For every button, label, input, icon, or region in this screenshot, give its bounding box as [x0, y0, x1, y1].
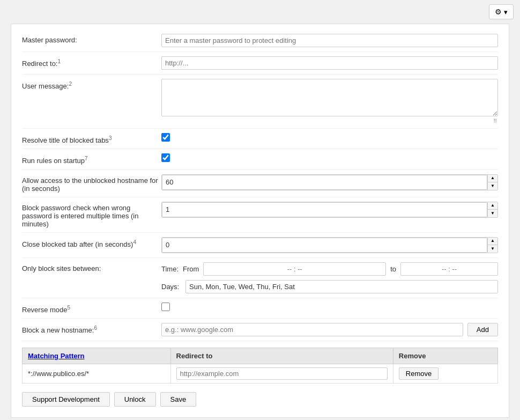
user-message-label: User message:2: [22, 79, 161, 90]
block-password-up-btn[interactable]: ▲: [488, 202, 497, 210]
close-blocked-input[interactable]: [162, 238, 487, 253]
add-hostname-button[interactable]: Add: [467, 323, 498, 336]
block-password-spinner: ▲ ▼: [161, 202, 498, 218]
time-label: Time:: [161, 265, 179, 273]
days-label: Days:: [161, 283, 181, 291]
time-from-input[interactable]: [203, 262, 386, 276]
redirect-to-control: [161, 56, 498, 70]
block-password-input[interactable]: [162, 202, 487, 217]
table-cell-redirect: [170, 364, 393, 383]
table-header-row: Matching Pattern Redirect to Remove: [23, 348, 498, 364]
save-button[interactable]: Save: [160, 392, 197, 407]
master-password-row: Master password:: [22, 30, 498, 52]
reverse-mode-checkbox[interactable]: [161, 303, 170, 311]
close-blocked-down-btn[interactable]: ▼: [488, 245, 497, 253]
close-blocked-spinner-btns: ▲ ▼: [487, 238, 497, 253]
reverse-mode-row: Reverse mode5: [22, 298, 498, 319]
allow-access-spinner-btns: ▲ ▼: [487, 175, 497, 190]
blocking-table: Matching Pattern Redirect to Remove *://…: [22, 348, 498, 384]
user-message-row: User message:2 ⠿: [22, 75, 498, 129]
block-password-row: Block password check when wrong password…: [22, 197, 498, 233]
close-blocked-label: Close blocked tab after (in seconds)4: [22, 237, 161, 248]
from-label: From: [183, 265, 199, 273]
resize-handle: ⠿: [161, 118, 498, 124]
time-to-input[interactable]: [400, 262, 498, 276]
table-cell-pattern: *://www.publico.es/*: [23, 364, 171, 383]
allow-access-label: Allow access to the unblocked hostname f…: [22, 174, 161, 193]
unlock-button[interactable]: Unlock: [114, 392, 156, 407]
close-blocked-spinner: ▲ ▼: [161, 237, 498, 253]
block-password-label: Block password check when wrong password…: [22, 202, 161, 228]
allow-access-row: Allow access to the unblocked hostname f…: [22, 170, 498, 197]
reverse-mode-label: Reverse mode5: [22, 303, 161, 314]
resolve-title-checkbox[interactable]: [161, 133, 170, 142]
close-blocked-control: ▲ ▼: [161, 237, 498, 253]
gear-icon: ⚙: [495, 8, 502, 16]
close-blocked-up-btn[interactable]: ▲: [488, 238, 497, 245]
user-message-control: ⠿: [161, 79, 498, 124]
allow-access-spinner: ▲ ▼: [161, 174, 498, 190]
only-block-label: Only block sites between:: [22, 262, 161, 272]
dropdown-arrow-icon: ▾: [504, 8, 508, 16]
remove-row-button[interactable]: Remove: [399, 367, 439, 380]
only-block-row: Only block sites between: Time: From to …: [22, 258, 498, 298]
col-matching-pattern[interactable]: Matching Pattern: [23, 348, 171, 364]
col-redirect-to: Redirect to: [170, 348, 393, 364]
resolve-title-label: Resolve title of blocked tabs3: [22, 133, 161, 144]
close-blocked-row: Close blocked tab after (in seconds)4 ▲ …: [22, 233, 498, 258]
main-form: Master password: Redirect to:1 User mess…: [11, 24, 509, 418]
days-row: Days:: [161, 280, 498, 293]
master-password-input[interactable]: [161, 34, 498, 47]
run-rules-label: Run rules on startup7: [22, 153, 161, 165]
col-remove: Remove: [393, 348, 497, 364]
support-development-button[interactable]: Support Development: [22, 392, 110, 407]
table-cell-remove: Remove: [393, 364, 497, 383]
resolve-title-control: [161, 133, 498, 143]
redirect-to-label: Redirect to:1: [22, 56, 161, 68]
redirect-to-input[interactable]: [161, 56, 498, 70]
master-password-control: [161, 34, 498, 47]
block-password-spinner-btns: ▲ ▼: [487, 202, 497, 217]
allow-access-up-btn[interactable]: ▲: [488, 175, 497, 182]
block-password-control: ▲ ▼: [161, 202, 498, 218]
block-input-row: Add: [161, 323, 498, 336]
user-message-textarea[interactable]: [161, 79, 498, 116]
to-label: to: [390, 265, 396, 273]
allow-access-input[interactable]: [162, 175, 487, 190]
block-hostname-input[interactable]: [161, 323, 463, 336]
run-rules-row: Run rules on startup7: [22, 149, 498, 170]
run-rules-control: [161, 153, 498, 164]
resolve-title-row: Resolve title of blocked tabs3: [22, 129, 498, 149]
allow-access-down-btn[interactable]: ▼: [488, 182, 497, 190]
block-hostname-label: Block a new hostname:6: [22, 323, 161, 334]
only-block-control: Time: From to Days:: [161, 262, 498, 293]
block-password-down-btn[interactable]: ▼: [488, 210, 497, 217]
block-hostname-control: Add: [161, 323, 498, 336]
redirect-input[interactable]: [176, 367, 388, 380]
time-row: Time: From to: [161, 262, 498, 276]
settings-button[interactable]: ⚙ ▾: [489, 4, 514, 19]
master-password-label: Master password:: [22, 34, 161, 44]
reverse-mode-control: [161, 303, 498, 313]
footer-buttons: Support Development Unlock Save: [22, 392, 498, 407]
run-rules-checkbox[interactable]: [161, 153, 170, 162]
allow-access-control: ▲ ▼: [161, 174, 498, 190]
block-hostname-row: Block a new hostname:6 Add: [22, 319, 498, 341]
days-input[interactable]: [185, 280, 498, 293]
redirect-to-row: Redirect to:1: [22, 52, 498, 75]
table-row: *://www.publico.es/* Remove: [23, 364, 498, 383]
